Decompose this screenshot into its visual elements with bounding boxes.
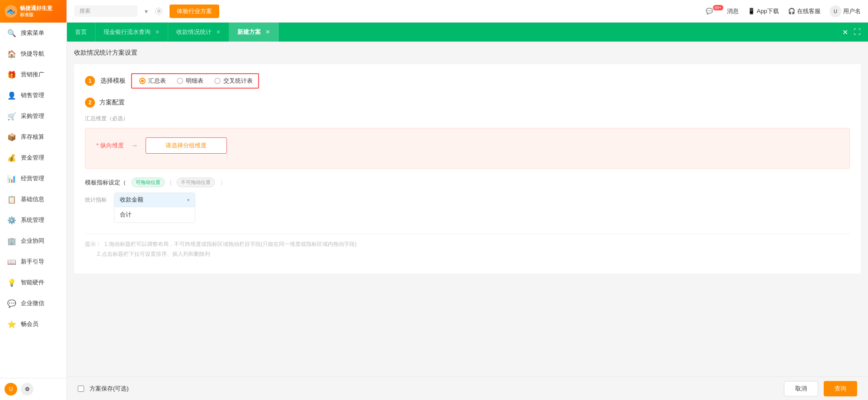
cart-icon: 🛒 [7, 112, 16, 121]
user-avatar: U [830, 5, 841, 17]
query-button[interactable]: 查询 [824, 381, 857, 396]
chart-icon: 📊 [7, 174, 16, 183]
box-icon: 📦 [7, 133, 16, 141]
sidebar-item-search-menu[interactable]: 🔍 搜索菜单 [0, 23, 66, 43]
dimension-grid: 纵向维度 → 请选择分组维度 [85, 128, 850, 169]
step2-number: 2 [85, 98, 95, 108]
radio-cross-circle [214, 78, 221, 84]
user-icon: 👤 [7, 91, 16, 100]
sidebar-item-system[interactable]: ⚙️ 系统管理 [0, 210, 66, 231]
sidebar-item-sales[interactable]: 👤 销售管理 [0, 85, 66, 106]
radio-detail[interactable]: 明细表 [177, 77, 203, 85]
doc-icon: 📋 [7, 195, 16, 204]
radio-detail-circle [177, 78, 183, 84]
app-download-button[interactable]: 📱 App下载 [748, 7, 779, 15]
mobile-icon: 📱 [748, 8, 755, 14]
metrics-grid: 收款金额 ▾ 合计 [114, 193, 195, 223]
tab-close-all-icon[interactable]: ✕ [842, 28, 848, 37]
tab-actions: ✕ ⛶ [835, 23, 868, 42]
step1-row: 1 选择模板 汇总表 明细表 交叉统计表 [85, 73, 850, 89]
arrow-icon: → [131, 141, 138, 150]
tab-close-new-plan[interactable]: ✕ [265, 29, 270, 35]
sidebar-logo: 🐟 畅捷通好生意 标准版 [0, 0, 66, 23]
non-draggable-badge: 不可拖动位置 [177, 178, 215, 187]
messages-button[interactable]: 💬 99+ 消息 [706, 7, 739, 15]
headset-icon: 🎧 [788, 8, 795, 14]
content-area: 收款情况统计方案设置 1 选择模板 汇总表 明细表 [67, 42, 868, 376]
footer-buttons: 取消 查询 [784, 381, 857, 396]
footer: 方案保存(可选) 取消 查询 [67, 376, 868, 400]
light-icon: 💡 [7, 278, 16, 287]
breadcrumb: 收款情况统计方案设置 [74, 49, 861, 57]
settings-icon[interactable]: ⚙ [21, 383, 33, 395]
draggable-badge: 可拖动位置 [132, 178, 165, 187]
tip1-text: 提示： 1.拖动标题栏可以调整布局，不可跨维度或指标区域拖动栏目字段(只能在同一… [85, 240, 850, 249]
tab-close-receipt-stats[interactable]: ✕ [216, 29, 221, 35]
summary-dimension-title: 汇总维度（必选） [85, 115, 850, 122]
sidebar-item-finance[interactable]: 💰 资金管理 [0, 147, 66, 168]
sidebar-item-operation[interactable]: 📊 经营管理 [0, 168, 66, 189]
dropdown-chevron-icon: ▾ [187, 198, 189, 202]
sidebar-item-purchase[interactable]: 🛒 采购管理 [0, 106, 66, 127]
money-icon: 💰 [7, 154, 16, 162]
sidebar-item-smart-hw[interactable]: 💡 智能硬件 [0, 272, 66, 293]
template-selector: 汇总表 明细表 交叉统计表 [131, 73, 259, 89]
online-service-button[interactable]: 🎧 在线客服 [788, 7, 821, 15]
sidebar-bottom: U ⚙ [0, 378, 66, 400]
gift-icon: 🎁 [7, 71, 16, 79]
chat-icon: 💬 [7, 299, 16, 308]
metrics-grid-row-total: 合计 [114, 207, 195, 222]
plan-settings-card: 1 选择模板 汇总表 明细表 交叉统计表 [74, 64, 861, 273]
sidebar-item-marketing[interactable]: 🎁 营销推广 [0, 64, 66, 85]
app-logo-icon: 🐟 [5, 5, 17, 18]
sidebar-item-wechat[interactable]: 💬 企业微信 [0, 293, 66, 314]
metrics-grid-area: 统计指标 收款金额 ▾ 合计 [85, 193, 850, 223]
topbar: 搜索 ▾ ⚙ 体验行业方案 💬 99+ 消息 📱 App下载 🎧 在线客服 U … [67, 0, 868, 23]
vertical-dimension-row: 纵向维度 → 请选择分组维度 [96, 137, 839, 154]
cancel-button[interactable]: 取消 [784, 381, 818, 396]
search-icon: 🔍 [7, 29, 16, 38]
save-plan-checkbox[interactable] [78, 386, 84, 392]
tab-receipt-stats[interactable]: 收款情况统计 ✕ [168, 23, 229, 42]
book-icon: 📖 [7, 258, 16, 266]
app-name: 畅捷通好生意 标准版 [20, 5, 52, 18]
dropdown-arrow[interactable]: ▾ [145, 8, 148, 15]
tab-close-bank-flow[interactable]: ✕ [155, 29, 160, 35]
sidebar-item-quick-nav[interactable]: 🏠 快捷导航 [0, 43, 66, 64]
step2-header: 2 方案配置 [85, 98, 850, 108]
metrics-label-row: 模板指标设定（ 可拖动位置 | 不可拖动位置 ） [85, 178, 850, 187]
tab-bank-flow[interactable]: 现金银行流水查询 ✕ [95, 23, 168, 42]
radio-cross[interactable]: 交叉统计表 [214, 77, 253, 85]
config-section: 汇总维度（必选） 纵向维度 → 请选择分组维度 模板指标设定（ 可拖动位置 | [85, 115, 850, 264]
tabbar: 首页 现金银行流水查询 ✕ 收款情况统计 ✕ 新建方案 ✕ ✕ ⛶ [67, 23, 868, 42]
metrics-grid-header[interactable]: 收款金额 ▾ [114, 193, 195, 207]
stats-label: 统计指标 [85, 196, 107, 204]
dimension-selector[interactable]: 请选择分组维度 [146, 137, 227, 154]
sidebar-item-basic-info[interactable]: 📋 基础信息 [0, 189, 66, 210]
sidebar-item-inventory[interactable]: 📦 库存核算 [0, 127, 66, 147]
radio-group-template: 汇总表 明细表 交叉统计表 [139, 77, 253, 85]
save-plan-label[interactable]: 方案保存(可选) [90, 385, 129, 393]
star-icon: ⭐ [7, 320, 16, 329]
avatar[interactable]: U [5, 383, 17, 395]
sidebar-item-enterprise[interactable]: 🏢 企业协同 [0, 231, 66, 251]
tab-new-plan[interactable]: 新建方案 ✕ [229, 23, 278, 42]
sidebar-item-member[interactable]: ⭐ 畅会员 [0, 314, 66, 334]
message-icon: 💬 [706, 8, 713, 14]
sidebar-item-newbie[interactable]: 📖 新手引导 [0, 251, 66, 272]
user-menu[interactable]: U 用户名 [830, 5, 861, 17]
home-icon: 🏠 [7, 50, 16, 58]
step1-number: 1 [85, 76, 95, 86]
tab-home[interactable]: 首页 [67, 23, 95, 42]
sidebar: 🐟 畅捷通好生意 标准版 🔍 搜索菜单 🏠 快捷导航 🎁 营销推广 👤 销售管理… [0, 0, 67, 400]
main-area: 搜索 ▾ ⚙ 体验行业方案 💬 99+ 消息 📱 App下载 🎧 在线客服 U … [67, 0, 868, 400]
radio-summary[interactable]: 汇总表 [139, 77, 166, 85]
tips-section: 提示： 1.拖动标题栏可以调整布局，不可跨维度或指标区域拖动栏目字段(只能在同一… [85, 234, 850, 264]
step1-label: 选择模板 [100, 77, 126, 85]
gear-icon: ⚙️ [7, 216, 16, 225]
settings-gear-icon[interactable]: ⚙ [155, 8, 162, 15]
step2-label: 方案配置 [99, 99, 125, 107]
industry-solution-button[interactable]: 体验行业方案 [170, 5, 219, 18]
tab-maximize-icon[interactable]: ⛶ [854, 28, 861, 36]
search-bar[interactable]: 搜索 [74, 5, 137, 17]
